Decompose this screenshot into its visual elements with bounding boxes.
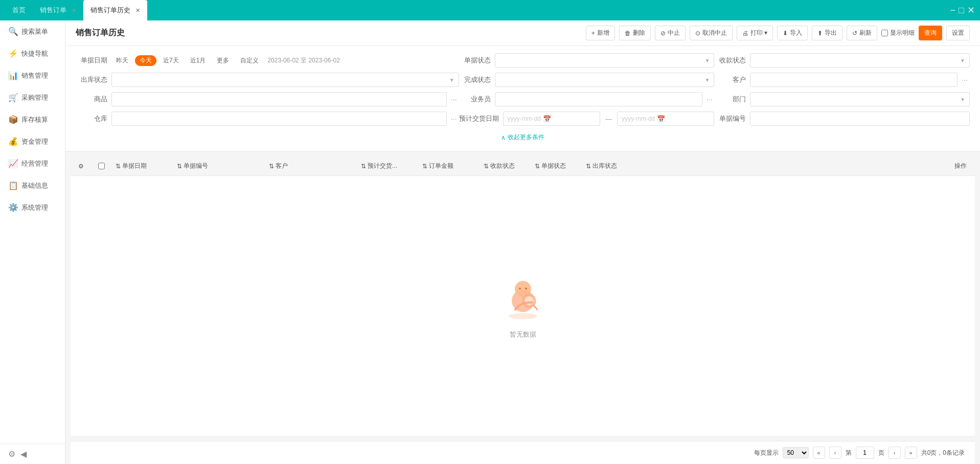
date-tag-more[interactable]: 更多 — [212, 55, 234, 66]
th-date[interactable]: ⇅ 单据日期 — [111, 157, 173, 175]
filter-salesperson: 业务员 ··· — [459, 92, 715, 106]
salesperson-ellipsis[interactable]: ··· — [704, 95, 715, 103]
customer-ellipsis[interactable]: ··· — [960, 76, 970, 84]
date-tag-custom[interactable]: 自定义 — [236, 55, 263, 66]
receipt-status-label: 收款状态 — [714, 56, 750, 65]
minimize-button[interactable]: − — [950, 5, 956, 16]
cancel-stop-button[interactable]: ⊙ 取消中止 — [690, 26, 733, 40]
show-details-label[interactable]: 显示明细 — [881, 29, 915, 37]
page-size-label: 每页显示 — [754, 449, 779, 457]
stop-button[interactable]: ⊘ 中止 — [655, 26, 686, 40]
sort-date-icon: ⇅ — [116, 163, 121, 170]
sidebar-item-label: 销售管理 — [21, 71, 48, 80]
complete-status-select[interactable]: ▼ — [495, 73, 715, 87]
th-receipt-status[interactable]: ⇅ 收款状态 — [480, 157, 531, 175]
sort-amount-icon: ⇅ — [422, 163, 427, 170]
refresh-icon: ↺ — [852, 30, 857, 37]
settings-button[interactable]: 设置 — [946, 26, 970, 40]
department-control: ▼ — [750, 92, 970, 106]
date-tag-last7[interactable]: 近7天 — [158, 55, 184, 66]
sidebar-item-sales-mgmt[interactable]: 📊 销售管理 — [0, 64, 65, 86]
select-all-checkbox[interactable] — [98, 163, 105, 169]
sidebar-item-search-menu[interactable]: 🔍 搜索菜单 — [0, 20, 65, 42]
tab-sales-order[interactable]: 销售订单 ✕ — [33, 0, 83, 20]
th-delivery[interactable]: ⇅ 预计交货... — [357, 157, 418, 175]
complete-status-arrow: ▼ — [704, 77, 710, 83]
order-no-input[interactable] — [750, 112, 970, 126]
inventory-calc-icon: 📦 — [8, 115, 17, 124]
th-order-status[interactable]: ⇅ 单据状态 — [531, 157, 582, 175]
collapse-button[interactable]: ∧ 收起更多条件 — [76, 131, 970, 144]
th-customer[interactable]: ⇅ 客户 — [265, 157, 357, 175]
sidebar-item-quick-nav[interactable]: ⚡ 快捷导航 — [0, 42, 65, 64]
print-button[interactable]: 🖨 打印 ▾ — [737, 26, 773, 40]
page-size-select[interactable]: 50 10 20 100 — [783, 447, 809, 458]
delivery-date-start[interactable]: yyyy-mm-dd 📅 — [503, 112, 600, 126]
last-page-button[interactable]: » — [905, 447, 917, 459]
sidebar-settings-icon[interactable]: ⚙ — [8, 449, 15, 459]
sidebar-item-label: 采购管理 — [21, 93, 48, 102]
purchase-mgmt-icon: 🛒 — [8, 93, 17, 102]
first-page-button[interactable]: « — [813, 447, 825, 459]
tab-sales-order-history-close[interactable]: ✕ — [135, 7, 140, 14]
sidebar-item-inventory-calc[interactable]: 📦 库存核算 — [0, 108, 65, 130]
customer-input[interactable] — [750, 73, 958, 87]
empty-state: 暂无数据 — [497, 273, 549, 339]
goods-ellipsis[interactable]: ··· — [449, 95, 459, 103]
goods-input[interactable] — [111, 92, 447, 106]
receipt-status-select[interactable]: ▼ — [750, 53, 970, 68]
date-label: 单据日期 — [76, 56, 111, 65]
th-settings[interactable]: ⚙ — [71, 158, 91, 175]
maximize-button[interactable]: □ — [959, 5, 964, 16]
sidebar-item-capital-mgmt[interactable]: 💰 资金管理 — [0, 130, 65, 152]
th-order-no[interactable]: ⇅ 单据编号 — [173, 157, 265, 175]
sidebar-item-operation-mgmt[interactable]: 📈 经营管理 — [0, 152, 65, 174]
tab-home[interactable]: 首页 — [5, 0, 33, 20]
sort-delivery-icon: ⇅ — [361, 163, 366, 170]
sidebar-item-purchase-mgmt[interactable]: 🛒 采购管理 — [0, 86, 65, 108]
tab-sales-order-history[interactable]: 销售订单历史 ✕ — [83, 0, 147, 20]
warehouse-ellipsis[interactable]: ··· — [449, 115, 459, 123]
filter-receipt-status: 收款状态 ▼ — [714, 53, 970, 68]
date-range-text: 2023-06-02 至 2023-06-02 — [267, 56, 339, 65]
salesperson-input[interactable] — [495, 92, 702, 106]
warehouse-input[interactable] — [111, 112, 447, 126]
page-jump-suffix: 页 — [878, 449, 884, 457]
show-details-checkbox[interactable] — [881, 30, 888, 36]
import-button[interactable]: ⬇ 导入 — [777, 26, 808, 40]
date-tag-last1month[interactable]: 近1月 — [186, 55, 211, 66]
prev-page-button[interactable]: ‹ — [829, 447, 841, 459]
svg-line-7 — [534, 305, 537, 310]
ship-status-control: ▼ — [111, 73, 459, 87]
delete-button[interactable]: 🗑 删除 — [619, 26, 651, 40]
page-title: 销售订单历史 — [76, 28, 125, 38]
page-jump-prefix: 第 — [846, 449, 852, 457]
delivery-date-control: yyyy-mm-dd 📅 — yyyy-mm-dd 📅 — [503, 112, 715, 126]
page-number-input[interactable] — [856, 447, 874, 459]
department-select[interactable]: ▼ — [750, 92, 970, 106]
date-tag-yesterday[interactable]: 昨天 — [111, 55, 133, 66]
sidebar-item-system-mgmt[interactable]: ⚙️ 系统管理 — [0, 196, 65, 218]
th-amount[interactable]: ⇅ 订单金额 — [418, 157, 480, 175]
th-ship-status[interactable]: ⇅ 出库状态 — [582, 157, 643, 175]
ship-status-select[interactable]: ▼ — [111, 73, 459, 87]
sidebar-item-basic-info[interactable]: 📋 基础信息 — [0, 174, 65, 196]
tab-sales-order-close[interactable]: ✕ — [72, 7, 76, 14]
order-status-label: 单据状态 — [459, 56, 495, 65]
sidebar-collapse-icon[interactable]: ◀ — [20, 449, 27, 459]
th-checkbox[interactable] — [91, 158, 111, 174]
top-bar: 首页 销售订单 ✕ 销售订单历史 ✕ − □ ✕ — [0, 0, 980, 20]
new-button[interactable]: + 新增 — [586, 26, 615, 40]
order-status-arrow: ▼ — [704, 58, 710, 63]
toolbar: + 新增 🗑 删除 ⊘ 中止 ⊙ 取消中止 🖨 打印 ▾ — [586, 26, 970, 40]
delivery-date-end[interactable]: yyyy-mm-dd 📅 — [617, 112, 714, 126]
refresh-button[interactable]: ↺ 刷新 — [847, 26, 877, 40]
next-page-button[interactable]: › — [888, 447, 901, 459]
date-tag-today[interactable]: 今天 — [135, 55, 156, 66]
order-status-select[interactable]: ▼ — [495, 53, 715, 68]
query-button[interactable]: 查询 — [919, 26, 942, 40]
calendar-end-icon: 📅 — [657, 115, 665, 123]
export-button[interactable]: ⬆ 导出 — [812, 26, 842, 40]
filter-delivery-date: 预计交货日期 yyyy-mm-dd 📅 — yyyy-mm-dd 📅 — [459, 112, 715, 126]
close-button[interactable]: ✕ — [967, 5, 975, 16]
